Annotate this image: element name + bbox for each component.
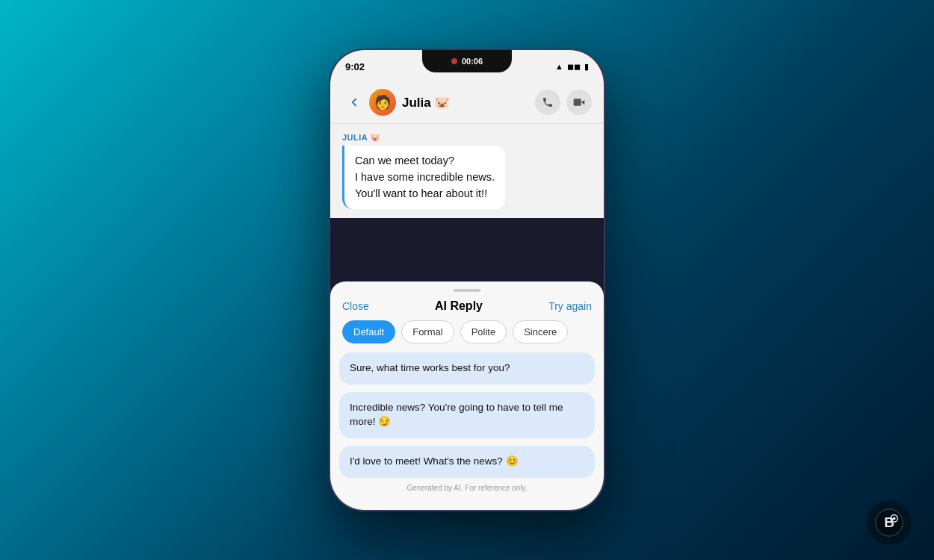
svg-marker-0 [581,100,585,105]
svg-point-5 [893,517,896,520]
phone-frame: 9:02 00:06 ▲ ◼◼ ▮ 🧑 Julia 🐷 [329,49,605,511]
wifi-icon: ▲ [555,62,563,71]
tone-selector: Default Formal Polite Sincere [330,320,604,352]
phone-icon [542,96,554,108]
phone-button[interactable] [535,90,560,115]
nav-actions [535,90,592,115]
ai-title: AI Reply [435,299,483,313]
ai-reply-panel: Close AI Reply Try again Default Formal … [330,281,604,510]
close-button[interactable]: Close [342,300,369,312]
tone-formal[interactable]: Formal [401,320,454,343]
tone-polite[interactable]: Polite [460,320,507,343]
video-icon [573,96,585,108]
status-time: 9:02 [345,61,365,72]
status-bar: 9:02 00:06 ▲ ◼◼ ▮ [330,50,604,83]
panel-handle [454,289,480,292]
svg-rect-1 [574,99,581,105]
message-line-2: I have some incredible news. [355,171,495,183]
signal-icon: ◼◼ [567,62,581,72]
notch: 00:06 [422,50,512,72]
back-icon [347,96,361,109]
logo-symbol: B [867,500,912,545]
suggestions-list: Sure, what time works best for you? Incr… [330,352,604,478]
contact-info[interactable]: 🧑 Julia 🐷 [369,89,535,116]
tone-default[interactable]: Default [342,320,395,343]
video-button[interactable] [566,90,592,115]
nav-bar: 🧑 Julia 🐷 [330,83,604,124]
message-line-1: Can we meet today? [355,155,454,167]
back-button[interactable] [342,90,366,114]
suggestion-2[interactable]: Incredible news? You're going to have to… [339,392,595,438]
try-again-button[interactable]: Try again [548,300,592,312]
chat-area: JULIA 🐷 Can we meet today? I have some i… [330,124,604,218]
message-line-3: You'll want to hear about it!! [355,187,487,199]
suggestion-1[interactable]: Sure, what time works best for you? [339,352,595,385]
sender-label: JULIA 🐷 [342,133,592,143]
contact-name: Julia 🐷 [402,95,450,111]
recording-dot [451,58,457,64]
suggestion-3[interactable]: I'd love to meet! What's the news? 😊 [339,446,595,478]
bereal-logo-svg: B [875,508,903,537]
tone-sincere[interactable]: Sincere [513,320,568,343]
message-bubble: Can we meet today? I have some incredibl… [342,146,505,209]
avatar: 🧑 [369,89,396,116]
brand-logo: B [867,500,912,545]
battery-icon: ▮ [584,62,589,72]
recording-timer: 00:06 [462,57,483,66]
status-icons: ▲ ◼◼ ▮ [555,62,589,72]
ai-header: Close AI Reply Try again [330,299,604,320]
ai-footer: Generated by AI. For reference only. [330,478,604,498]
